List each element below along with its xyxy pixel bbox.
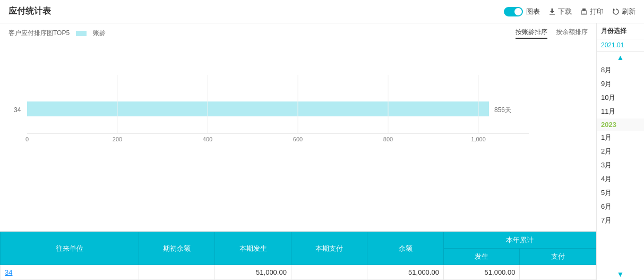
col-ytd-occur: 发生: [443, 249, 520, 265]
svg-rect-2: [582, 9, 586, 11]
col-current-pay: 本期支付: [291, 232, 367, 265]
row-balance: 51,000.00: [367, 265, 444, 280]
chart-toggle-label: 图表: [526, 7, 540, 16]
sort-by-balance-btn[interactable]: 按账龄排序: [516, 28, 547, 39]
data-table: 往来单位 期初余额 本期发生 本期支付 余额 本年累计 发生 支付: [0, 232, 596, 280]
chart-sort: 按账龄排序 按余额排序: [516, 28, 588, 39]
svg-text:0: 0: [25, 136, 29, 142]
refresh-button[interactable]: 刷新: [612, 7, 636, 16]
sidebar-month-item[interactable]: 10月: [597, 91, 644, 105]
svg-marker-4: [613, 9, 615, 11]
download-icon: [548, 8, 556, 15]
svg-text:800: 800: [383, 136, 393, 142]
table-row: 34 51,000.00 51,000.00 51,000.00: [1, 265, 596, 280]
svg-text:34: 34: [14, 106, 21, 114]
table-section: 往来单位 期初余额 本期发生 本期支付 余额 本年累计 发生 支付: [0, 231, 596, 280]
bar-chart: 34 856天 0 200 400 600 800 1,000: [8, 48, 588, 165]
col-current-occur: 本期发生: [215, 232, 291, 265]
svg-text:400: 400: [203, 136, 212, 142]
print-icon: [580, 8, 588, 15]
sidebar-month-item[interactable]: 6月: [597, 200, 644, 214]
sidebar-month-item[interactable]: 1月: [597, 131, 644, 145]
refresh-label: 刷新: [622, 7, 636, 16]
row-ytd-pay: [520, 265, 596, 280]
row-opening: [139, 265, 215, 280]
svg-rect-0: [549, 14, 555, 15]
print-button[interactable]: 打印: [580, 7, 604, 16]
sidebar-month-item[interactable]: 5月: [597, 186, 644, 200]
sidebar-month-item[interactable]: 11月: [597, 105, 644, 118]
svg-rect-6: [27, 101, 489, 116]
chart-body: 34 856天 0 200 400 600 800 1,000: [0, 43, 596, 231]
legend-box: [76, 31, 87, 36]
svg-rect-3: [582, 13, 586, 13]
sort-by-amount-btn[interactable]: 按余额排序: [556, 28, 588, 39]
sidebar-month-item[interactable]: 2023: [597, 118, 644, 131]
sidebar-month-item[interactable]: 9月: [597, 77, 644, 91]
sidebar: 月份选择 2021.01 ▲ 8月9月10月11月20231月2月3月4月5月6…: [596, 23, 644, 280]
sidebar-month-item[interactable]: 8月: [597, 63, 644, 77]
page-title: 应付统计表: [8, 6, 51, 17]
row-current-pay: [291, 265, 367, 280]
print-label: 打印: [590, 7, 604, 16]
sidebar-header: 月份选择: [597, 23, 644, 39]
legend-title: 客户应付排序图TOP5: [8, 29, 70, 38]
sidebar-down-btn[interactable]: ▼: [597, 268, 644, 280]
download-label: 下载: [558, 7, 572, 16]
svg-text:1,000: 1,000: [471, 136, 486, 142]
sidebar-month-item[interactable]: 4月: [597, 172, 644, 186]
sidebar-month-item[interactable]: 7月: [597, 214, 644, 227]
sidebar-month-item[interactable]: 2月: [597, 145, 644, 158]
sidebar-selected-date[interactable]: 2021.01: [597, 39, 644, 52]
svg-rect-1: [581, 11, 587, 14]
download-button[interactable]: 下载: [548, 7, 572, 16]
chart-header: 客户应付排序图TOP5 账龄 按账龄排序 按余额排序: [0, 23, 596, 43]
col-opening: 期初余额: [139, 232, 215, 265]
col-ytd: 本年累计: [443, 232, 596, 249]
chart-toggle[interactable]: [504, 7, 523, 16]
svg-text:600: 600: [293, 136, 303, 142]
legend-box-label: 账龄: [93, 29, 106, 38]
refresh-icon: [612, 8, 620, 15]
row-current-occur: 51,000.00: [215, 265, 291, 280]
chart-legend: 客户应付排序图TOP5 账龄: [8, 29, 106, 38]
chart-toggle-wrap[interactable]: 图表: [504, 7, 540, 16]
svg-text:856天: 856天: [494, 106, 511, 114]
table-wrap: 往来单位 期初余额 本期发生 本期支付 余额 本年累计 发生 支付: [0, 232, 596, 280]
col-ytd-pay: 支付: [520, 249, 596, 265]
header-actions: 图表 下载 打印 刷新: [504, 7, 636, 16]
sidebar-months: 8月9月10月11月20231月2月3月4月5月6月7月: [597, 63, 644, 268]
col-counterpart: 往来单位: [1, 232, 139, 265]
col-balance: 余额: [367, 232, 444, 265]
sidebar-month-item[interactable]: 3月: [597, 158, 644, 172]
row-id[interactable]: 34: [1, 265, 139, 280]
svg-text:200: 200: [113, 136, 122, 142]
row-ytd-occur: 51,000.00: [443, 265, 520, 280]
sidebar-up-btn[interactable]: ▲: [597, 52, 644, 63]
